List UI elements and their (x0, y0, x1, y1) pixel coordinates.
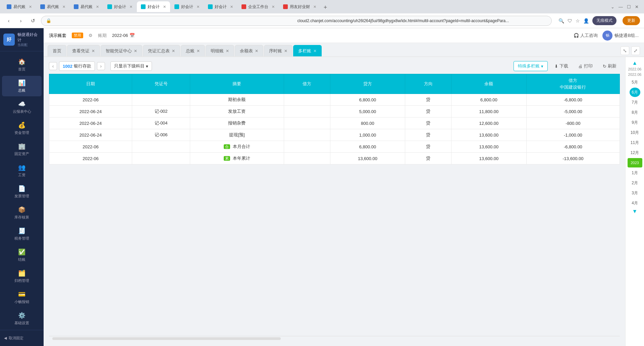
account-next-btn[interactable]: › (97, 62, 105, 70)
browser-tab-4[interactable]: 好会计 ✕ (103, 1, 137, 12)
sidebar-item-assets[interactable]: 🏢 固定资产 (2, 139, 42, 160)
sidebar-item-salary[interactable]: 👥 工资 (2, 160, 42, 181)
tab-close-3[interactable]: ✕ (96, 5, 99, 9)
browser-tab-2[interactable]: 易代账 ✕ (36, 1, 69, 12)
minimize-btn[interactable]: — (619, 4, 623, 9)
customer-service-button[interactable]: 🎧 人工咨询 (574, 33, 598, 39)
download-btn[interactable]: ⬇ 下载 (551, 61, 572, 71)
tab-detail[interactable]: 明细账 ✕ (206, 45, 234, 56)
refresh-btn[interactable]: ↻ 刷新 (599, 61, 620, 71)
tab-summary-close[interactable]: ✕ (172, 49, 175, 53)
tab-close-2[interactable]: ✕ (62, 5, 65, 9)
cell-voucher-1[interactable]: 记-002 (132, 106, 190, 117)
month-1-2023[interactable]: 1月 (628, 168, 642, 178)
sidebar-item-ledger[interactable]: 📊 总账 (2, 76, 42, 96)
tab-close-5[interactable]: ✕ (163, 5, 166, 9)
month-12[interactable]: 12月 (628, 148, 642, 157)
tab-multicolumn[interactable]: 多栏账 ✕ (293, 45, 322, 56)
tab-smart-voucher[interactable]: 智能凭证中心 ✕ (101, 45, 142, 56)
tab-general-ledger[interactable]: 总账 ✕ (181, 45, 205, 56)
table-wrapper[interactable]: 日期 凭证号 摘要 借方 贷方 方向 余额 借方 (49, 74, 620, 336)
sidebar-item-home[interactable]: 🏠 首页 (2, 55, 42, 75)
forward-button[interactable]: › (16, 16, 25, 26)
browser-tab-6[interactable]: 好会计 ✕ (170, 1, 204, 12)
tab-list-btn[interactable]: ⌄ (611, 4, 614, 9)
unpin-button[interactable]: ◀ 取消固定 (2, 334, 42, 343)
tab-close-1[interactable]: ✕ (29, 5, 32, 9)
month-4-2023[interactable]: 4月 (628, 198, 642, 208)
reload-button[interactable]: ↺ (28, 16, 38, 26)
month-11[interactable]: 11月 (628, 138, 642, 147)
user-info[interactable]: 畅 畅捷通B组... (602, 31, 639, 41)
tab-voucher-close[interactable]: ✕ (92, 49, 95, 53)
month-scroll-down[interactable]: ▼ (630, 208, 640, 215)
sidebar-label-cloud: 云报表中心 (13, 109, 31, 114)
sidebar-item-close[interactable]: ✅ 结账 (2, 245, 42, 265)
sub-filter-dropdown[interactable]: 只显示下级科目 ▾ (110, 61, 152, 71)
close-btn[interactable]: ✕ (635, 4, 639, 9)
sidebar-item-settings[interactable]: ⚙️ 基础设置 (2, 308, 42, 329)
star-icon[interactable]: ☆ (576, 18, 580, 23)
browser-tab-3[interactable]: 易代账 ✕ (70, 1, 103, 12)
month-8[interactable]: 8月 (628, 108, 642, 117)
print-btn[interactable]: 🖨 打印 (575, 61, 596, 71)
tab-close-8[interactable]: ✕ (272, 5, 275, 9)
browser-tab-9[interactable]: 用友好业财 ✕ (279, 1, 320, 12)
month-9[interactable]: 9月 (628, 118, 642, 127)
update-button[interactable]: 更新 (623, 16, 640, 25)
tab-home[interactable]: 首页 (48, 45, 66, 56)
browser-tab-1[interactable]: 易代账 ✕ (3, 1, 36, 12)
tab-balance[interactable]: 余额表 ✕ (235, 45, 263, 56)
sidebar-item-inventory[interactable]: 📦 库存核算 (2, 203, 42, 223)
month-6[interactable]: 6月 (630, 88, 640, 97)
browser-tab-7[interactable]: 好会计 ✕ (204, 1, 237, 12)
tab-smart-close[interactable]: ✕ (134, 49, 137, 53)
month-10[interactable]: 10月 (628, 128, 642, 137)
tab-close-6[interactable]: ✕ (197, 5, 200, 9)
sidebar-item-funds[interactable]: 💰 资金管理 (2, 118, 42, 139)
tab-summary[interactable]: 凭证汇总表 ✕ (143, 45, 180, 56)
expand-icon-btn[interactable]: ⤢ (631, 46, 640, 55)
month-3-2023[interactable]: 3月 (628, 188, 642, 198)
account-selector[interactable]: 1002 银行存款 (59, 61, 95, 71)
period-selector[interactable]: 2022-06 📅 (112, 33, 135, 38)
tab-close-9[interactable]: ✕ (313, 5, 316, 9)
collapse-icon-btn[interactable]: ⤡ (621, 46, 629, 55)
maximize-btn[interactable]: ☐ (627, 4, 631, 9)
tab-general-close[interactable]: ✕ (197, 49, 200, 53)
tab-close-7[interactable]: ✕ (230, 5, 233, 9)
back-button[interactable]: ‹ (4, 16, 13, 26)
special-multicolumn-btn[interactable]: 特殊多栏账 ▾ (514, 61, 548, 71)
profile-btn[interactable]: 👤 (583, 18, 589, 23)
account-settings-icon[interactable]: ⚙ (89, 33, 93, 38)
sidebar-item-cloud-report[interactable]: ☁️ 云报表中心 (2, 97, 42, 117)
sidebar-item-archive[interactable]: 🗂️ 归档管理 (2, 266, 42, 287)
new-tab-button[interactable]: + (321, 3, 330, 12)
browser-tab-8[interactable]: 企业工作台 ✕ (237, 1, 279, 12)
tab-sequence[interactable]: 序时账 ✕ (264, 45, 292, 56)
address-bar[interactable]: 🔒 cloud2.chanjet.com/accounting/uh26t264… (41, 16, 552, 26)
month-5[interactable]: 5月 (628, 78, 642, 87)
horizontal-scrollbar[interactable] (49, 336, 620, 341)
cell-voucher-2[interactable]: 记-004 (132, 117, 190, 129)
tab-balance-close[interactable]: ✕ (255, 49, 258, 53)
month-scroll-up[interactable]: ▲ (630, 60, 640, 66)
month-2-2023[interactable]: 2月 (628, 178, 642, 188)
sidebar-item-tax[interactable]: 🧾 税务管理 (2, 224, 42, 244)
browser-tab-5[interactable]: 好会计 ✕ (137, 1, 170, 12)
sidebar-item-expense[interactable]: 💳 小畅报销 (2, 287, 42, 308)
tab-detail-close[interactable]: ✕ (226, 49, 229, 53)
incognito-button[interactable]: 无痕模式 (592, 16, 616, 25)
shield-icon[interactable]: 🛡 (568, 18, 572, 23)
cell-voucher-3[interactable]: 记-006 (132, 129, 190, 141)
tab-sequence-label: 序时账 (269, 48, 282, 54)
tab-voucher[interactable]: 查看凭证 ✕ (67, 45, 100, 56)
sidebar-item-invoice[interactable]: 📄 发票管理 (2, 182, 42, 202)
tab-close-4[interactable]: ✕ (129, 5, 132, 9)
sidebar-label-tax: 税务管理 (14, 236, 29, 241)
tab-sequence-close[interactable]: ✕ (284, 49, 287, 53)
month-7[interactable]: 7月 (628, 98, 642, 107)
search-icon[interactable]: 🔍 (558, 18, 564, 23)
tab-multi-close[interactable]: ✕ (313, 49, 317, 53)
account-prev-btn[interactable]: ‹ (49, 62, 57, 70)
